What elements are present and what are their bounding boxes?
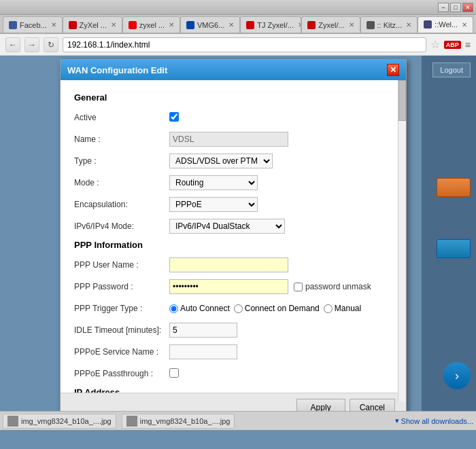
show-all-downloads-button[interactable]: ▾ Show all downloads... xyxy=(395,416,473,425)
bookmark-icon[interactable]: ☆ xyxy=(430,38,440,51)
address-bar: ← → ↻ ☆ ABP ≡ xyxy=(0,34,476,56)
ppp-password-input[interactable] xyxy=(169,279,288,294)
modal-header: WAN Configuration Edit ✕ xyxy=(61,60,406,80)
ipv6-control: IPv6/IPv4 DualStack IPv4 Only IPv6 Only xyxy=(169,219,392,234)
encapsulation-select[interactable]: PPPoE PPPoA xyxy=(169,197,258,212)
type-label: Type : xyxy=(74,156,169,166)
minimize-button[interactable]: − xyxy=(438,3,449,12)
pppoe-service-input[interactable] xyxy=(169,344,237,359)
encapsulation-row: Encapsulation: PPPoE PPPoA xyxy=(74,196,392,213)
general-section-header: General xyxy=(74,92,392,103)
tab-close-zyx[interactable]: ✕ xyxy=(169,21,174,29)
show-downloads-label: Show all downloads... xyxy=(401,417,473,425)
url-input[interactable] xyxy=(63,37,426,52)
forward-button[interactable]: → xyxy=(24,37,39,52)
password-unmask-checkbox[interactable] xyxy=(294,283,303,291)
down-arrow-icon: ▾ xyxy=(395,416,399,425)
ppp-username-row: PPP User Name : xyxy=(74,257,392,273)
modal-close-button[interactable]: ✕ xyxy=(387,64,399,76)
maximize-button[interactable]: □ xyxy=(450,3,461,12)
ppp-username-label: PPP User Name : xyxy=(74,260,169,270)
ip-section-header: IP Address xyxy=(74,387,392,393)
type-row: Type : ADSL/VDSL over PTM xyxy=(74,153,392,169)
download-item-1[interactable]: img_vmg8324_b10a_....jpg xyxy=(3,414,116,429)
ppp-trigger-manual[interactable]: Manual xyxy=(324,304,361,313)
password-unmask-group: password unmask xyxy=(294,282,371,291)
modal-scrollbar[interactable] xyxy=(398,80,406,401)
ppp-trigger-auto-radio[interactable] xyxy=(169,304,178,313)
modal-overlay: WAN Configuration Edit ✕ General Active … xyxy=(0,56,476,430)
ppp-trigger-radio-group: Auto Connect Connect on Demand Manual xyxy=(169,304,392,313)
type-select[interactable]: ADSL/VDSL over PTM xyxy=(169,154,273,168)
ppp-trigger-demand[interactable]: Connect on Demand xyxy=(234,304,320,313)
ipv6-select[interactable]: IPv6/IPv4 DualStack IPv4 Only IPv6 Only xyxy=(169,219,285,234)
tab-zy2[interactable]: Zyxel/... ✕ xyxy=(301,16,360,33)
window-close-button[interactable]: ✕ xyxy=(462,3,473,12)
tab-favicon-vmg xyxy=(186,21,194,29)
modal-scroll-thumb[interactable] xyxy=(398,80,406,121)
ppp-trigger-auto[interactable]: Auto Connect xyxy=(169,304,230,313)
tab-zyxel1[interactable]: ZyXel ... ✕ xyxy=(63,16,122,33)
tab-label-kit: :: Kitz... xyxy=(377,21,403,29)
idle-timeout-control xyxy=(169,323,392,338)
tab-favicon-zy2 xyxy=(307,21,316,29)
refresh-button[interactable]: ↻ xyxy=(44,37,58,52)
tab-welcome[interactable]: ::Wel... ✕ xyxy=(418,16,473,33)
tab-facebook[interactable]: Faceb... ✕ xyxy=(3,16,63,33)
encapsulation-control: PPPoE PPPoA xyxy=(169,197,392,212)
tab-close-vmg[interactable]: ✕ xyxy=(228,21,234,29)
tab-close-zy1[interactable]: ✕ xyxy=(111,21,116,29)
name-input[interactable] xyxy=(169,132,288,147)
tab-vmg[interactable]: VMG6... ✕ xyxy=(180,16,240,33)
ppp-trigger-demand-label: Connect on Demand xyxy=(245,304,320,313)
modal-title: WAN Configuration Edit xyxy=(67,65,167,75)
status-bar: img_vmg8324_b10a_....jpg img_vmg8324_b10… xyxy=(0,411,476,430)
pppoe-service-control xyxy=(169,344,392,359)
tab-label-zy1: ZyXel ... xyxy=(80,21,107,29)
name-label: Name : xyxy=(74,134,169,144)
back-button[interactable]: ← xyxy=(5,37,20,52)
pppoe-passthrough-checkbox[interactable] xyxy=(169,368,179,378)
mode-control: Routing Bridge xyxy=(169,175,392,190)
tab-label-fb: Faceb... xyxy=(20,21,47,29)
encapsulation-label: Encapsulation: xyxy=(74,200,169,209)
wan-config-modal: WAN Configuration Edit ✕ General Active … xyxy=(60,59,407,423)
ppp-section-header: PPP Information xyxy=(74,240,392,250)
tab-favicon-fb xyxy=(9,21,17,29)
active-control xyxy=(169,112,392,124)
download-item-2[interactable]: img_vmg8324_b10a_....jpg xyxy=(122,414,235,429)
ppp-trigger-row: PPP Trigger Type : Auto Connect Connect … xyxy=(74,300,392,317)
tab-close-zy2[interactable]: ✕ xyxy=(349,21,354,29)
ppp-password-row: PPP Password : password unmask xyxy=(74,279,392,295)
browser-menu-icon[interactable]: ≡ xyxy=(465,39,471,50)
download-filename-1: img_vmg8324_b10a_....jpg xyxy=(21,417,112,425)
mode-select[interactable]: Routing Bridge xyxy=(169,175,258,190)
pppoe-passthrough-row: PPPoE Passthrough : xyxy=(74,365,392,382)
tab-zyxel2[interactable]: zyxel ... ✕ xyxy=(122,16,180,33)
tab-favicon-kit xyxy=(367,21,375,29)
password-unmask-label: password unmask xyxy=(305,282,371,291)
ppp-trigger-demand-radio[interactable] xyxy=(234,304,243,313)
tab-favicon-zyx xyxy=(129,21,137,29)
title-bar: − □ ✕ xyxy=(0,0,476,15)
ppp-username-control xyxy=(169,257,392,272)
pppoe-passthrough-control xyxy=(169,368,392,380)
ppp-username-input[interactable] xyxy=(169,257,288,272)
ppp-trigger-label: PPP Trigger Type : xyxy=(74,304,169,313)
download-icon-1 xyxy=(7,416,18,427)
mode-row: Mode : Routing Bridge xyxy=(74,175,392,191)
name-row: Name : xyxy=(74,131,392,147)
tab-close-kit[interactable]: ✕ xyxy=(406,21,411,29)
tab-close-wel[interactable]: ✕ xyxy=(462,21,467,29)
ppp-trigger-control: Auto Connect Connect on Demand Manual xyxy=(169,304,392,313)
tab-kitz[interactable]: :: Kitz... ✕ xyxy=(360,16,418,33)
ppp-trigger-manual-radio[interactable] xyxy=(324,304,333,313)
mode-label: Mode : xyxy=(74,178,169,187)
ipv6-label: IPv6/IPv4 Mode: xyxy=(74,221,169,231)
active-checkbox[interactable] xyxy=(169,112,179,122)
tab-tj[interactable]: TJ Zyxel/... ✕ xyxy=(240,16,301,33)
adblock-badge[interactable]: ABP xyxy=(444,41,461,49)
tab-favicon-tj xyxy=(246,21,254,29)
idle-timeout-input[interactable] xyxy=(169,323,237,338)
tab-close-fb[interactable]: ✕ xyxy=(51,21,56,29)
